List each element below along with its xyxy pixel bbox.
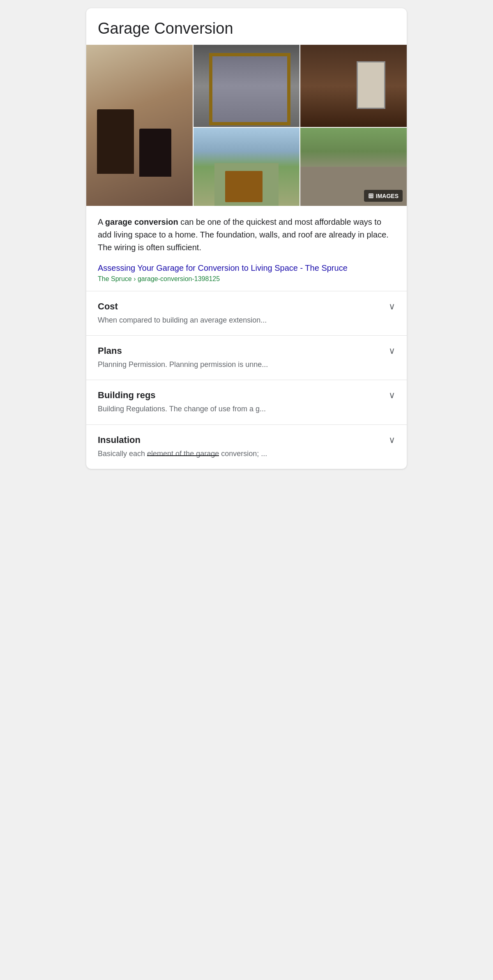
accordion-building-regs-header[interactable]: Building regs ∨ [98, 390, 395, 401]
page-title: Garage Conversion [98, 20, 395, 37]
image-5: ⊞ IMAGES [300, 128, 407, 206]
image-1 [86, 45, 193, 206]
images-badge[interactable]: ⊞ IMAGES [364, 190, 403, 202]
main-card: Garage Conversion ⊞ IMAGES A garage con [86, 8, 407, 469]
accordion-cost[interactable]: Cost ∨ When compared to building an aver… [86, 291, 407, 335]
image-2 [194, 45, 300, 127]
accordion-plans-preview: Planning Permission. Planning permission… [98, 360, 395, 370]
accordion-building-regs[interactable]: Building regs ∨ Building Regulations. Th… [86, 380, 407, 424]
accordion-insulation[interactable]: Insulation ∨ Basically each element of t… [86, 424, 407, 469]
accordion-cost-header[interactable]: Cost ∨ [98, 301, 395, 312]
accordion-building-regs-preview: Building Regulations. The change of use … [98, 404, 395, 414]
image-grid[interactable]: ⊞ IMAGES [86, 45, 407, 206]
source-link-anchor[interactable]: Assessing Your Garage for Conversion to … [98, 262, 395, 274]
description-before: A [98, 217, 105, 226]
image-cell-1[interactable] [86, 45, 193, 206]
accordion-insulation-header[interactable]: Insulation ∨ [98, 435, 395, 445]
accordion-plans[interactable]: Plans ∨ Planning Permission. Planning pe… [86, 335, 407, 380]
accordion-cost-title: Cost [98, 301, 118, 312]
title-section: Garage Conversion [86, 8, 407, 45]
strikethrough-text: element of the garage [147, 450, 219, 458]
description-section: A garage conversion can be one of the qu… [86, 206, 407, 291]
image-cell-3[interactable] [300, 45, 407, 127]
accordion-cost-preview: When compared to building an average ext… [98, 315, 395, 325]
image-3 [300, 45, 407, 127]
image-4 [194, 128, 300, 206]
accordion-building-regs-title: Building regs [98, 390, 156, 401]
chevron-down-icon-plans: ∨ [389, 346, 395, 356]
image-cell-5[interactable]: ⊞ IMAGES [300, 128, 407, 206]
source-url: The Spruce › garage-conversion-1398125 [98, 275, 395, 283]
images-icon: ⊞ [368, 192, 373, 200]
chevron-down-icon-building-regs: ∨ [389, 390, 395, 401]
chevron-down-icon: ∨ [389, 301, 395, 312]
image-cell-2[interactable] [194, 45, 300, 127]
accordion-insulation-preview: Basically each element of the garage con… [98, 449, 395, 459]
accordion-plans-title: Plans [98, 346, 122, 356]
images-badge-label: IMAGES [376, 193, 399, 199]
chevron-down-icon-insulation: ∨ [389, 435, 395, 445]
description-bold: garage conversion [105, 217, 178, 226]
source-link-container[interactable]: Assessing Your Garage for Conversion to … [98, 262, 395, 283]
description-text: A garage conversion can be one of the qu… [98, 216, 395, 254]
accordion-plans-header[interactable]: Plans ∨ [98, 346, 395, 356]
accordion-insulation-title: Insulation [98, 435, 141, 445]
image-cell-4[interactable] [194, 128, 300, 206]
